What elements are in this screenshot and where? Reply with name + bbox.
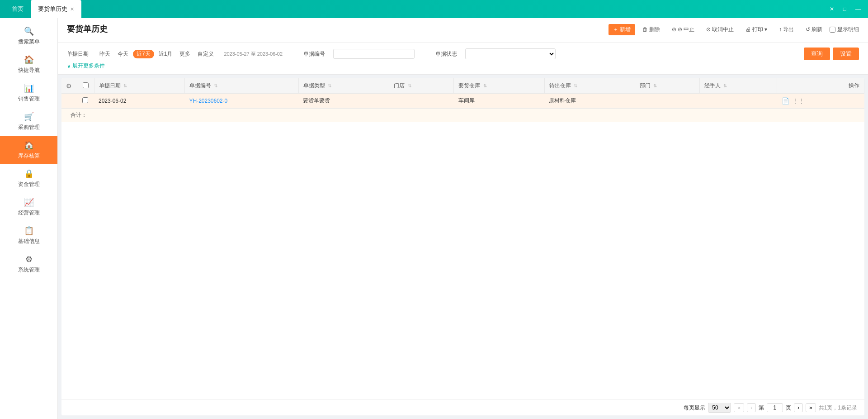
last-page-btn[interactable]: » bbox=[806, 403, 816, 412]
next-page-btn[interactable]: › bbox=[794, 403, 803, 412]
sidebar-item-system-label: 系统管理 bbox=[18, 266, 40, 274]
sidebar-item-quick-nav[interactable]: 🏠 快捷导航 bbox=[0, 50, 57, 79]
sidebar-item-purchase-label: 采购管理 bbox=[18, 124, 40, 131]
status-label: 单据状态 bbox=[435, 50, 458, 58]
per-page-select[interactable]: 20 50 100 200 bbox=[708, 403, 731, 413]
sidebar-item-purchase[interactable]: 🛒 采购管理 bbox=[0, 107, 57, 136]
settings-button[interactable]: 设置 bbox=[833, 48, 859, 60]
th-out-warehouse: 待出仓库 ⇅ bbox=[544, 78, 635, 94]
row-doc-no-link[interactable]: YH-20230602-0 bbox=[189, 98, 227, 104]
expand-label: 展开更多条件 bbox=[72, 62, 105, 70]
sidebar-item-basic-info[interactable]: 📋 基础信息 bbox=[0, 221, 57, 250]
cancel-stop-button[interactable]: ⊘ 取消中止 bbox=[702, 24, 738, 35]
per-page-label: 每页显示 bbox=[684, 404, 705, 412]
stop-button[interactable]: ⊘ ⊘ 中止 bbox=[667, 24, 699, 35]
th-handler-label: 经手人 bbox=[704, 82, 721, 89]
date-btn-yesterday[interactable]: 昨天 bbox=[97, 50, 113, 58]
sidebar-item-system[interactable]: ⚙ 系统管理 bbox=[0, 250, 57, 278]
sort-handler-icon[interactable]: ⇅ bbox=[723, 83, 727, 88]
delete-icon: 🗑 bbox=[642, 26, 648, 33]
sidebar-item-finance[interactable]: 🔒 资金管理 bbox=[0, 164, 57, 193]
select-all-checkbox[interactable] bbox=[83, 82, 89, 88]
toolbar: ＋ 新增 🗑 删除 ⊘ ⊘ 中止 ⊘ 取消中止 bbox=[609, 24, 859, 35]
sidebar-item-search-label: 搜索菜单 bbox=[18, 38, 40, 46]
sort-store-icon[interactable]: ⇅ bbox=[408, 83, 411, 88]
th-date: 单据日期 ⇅ bbox=[94, 78, 184, 94]
sidebar: 🔍 搜索菜单 🏠 快捷导航 📊 销售管理 🛒 采购管理 🏠 库存核算 🔒 资金管… bbox=[0, 18, 58, 419]
th-store-label: 门店 bbox=[394, 82, 405, 89]
date-btn-more[interactable]: 更多 bbox=[177, 50, 193, 58]
th-checkbox bbox=[78, 78, 94, 94]
display-detail-label: 显示明细 bbox=[837, 26, 859, 33]
footer-total-label: 合计： bbox=[71, 112, 87, 118]
delete-button[interactable]: 🗑 删除 bbox=[638, 24, 665, 35]
th-doc-type-label: 单据类型 bbox=[303, 82, 325, 89]
row-doc-no: YH-20230602-0 bbox=[184, 94, 298, 108]
top-bar: 首页 要货单历史 ✕ ✕ □ — bbox=[0, 0, 868, 18]
sales-icon: 📊 bbox=[24, 83, 34, 93]
sort-date-icon[interactable]: ⇅ bbox=[123, 83, 127, 88]
window-minimize-btn[interactable]: — bbox=[853, 5, 863, 13]
search-button[interactable]: 查询 bbox=[804, 48, 830, 60]
date-btn-7days[interactable]: 近7天 bbox=[133, 50, 154, 58]
window-close-btn[interactable]: ✕ bbox=[827, 5, 837, 13]
table-header: ⚙ 单据日期 ⇅ 单据编号 ⇅ bbox=[61, 78, 864, 94]
expand-icon: ∨ bbox=[67, 63, 71, 69]
edit-action-icon[interactable]: 📄 bbox=[782, 97, 789, 105]
sidebar-item-search[interactable]: 🔍 搜索菜单 bbox=[0, 22, 57, 50]
sidebar-item-sales[interactable]: 📊 销售管理 bbox=[0, 79, 57, 107]
tab-purchase-history[interactable]: 要货单历史 ✕ bbox=[31, 0, 81, 18]
date-btn-today[interactable]: 今天 bbox=[115, 50, 131, 58]
display-detail-checkbox[interactable] bbox=[830, 27, 835, 33]
doc-no-label: 单据编号 bbox=[303, 50, 326, 58]
operations-icon: 📈 bbox=[24, 197, 34, 207]
finance-icon: 🔒 bbox=[24, 169, 34, 179]
expand-filter-btn[interactable]: ∨ 展开更多条件 bbox=[67, 62, 859, 70]
th-date-label: 单据日期 bbox=[99, 82, 121, 89]
print-button[interactable]: 🖨 打印 ▾ bbox=[741, 24, 772, 35]
sort-doc-no-icon[interactable]: ⇅ bbox=[214, 83, 217, 88]
purchase-icon: 🛒 bbox=[24, 112, 34, 122]
sort-out-warehouse-icon[interactable]: ⇅ bbox=[574, 83, 577, 88]
sort-dept-icon[interactable]: ⇅ bbox=[653, 83, 657, 88]
refresh-button[interactable]: ↺ 刷新 bbox=[801, 24, 827, 35]
date-btn-custom[interactable]: 自定义 bbox=[195, 50, 217, 58]
sidebar-item-sales-label: 销售管理 bbox=[18, 95, 40, 103]
table-body: 2023-06-02 YH-20230602-0 要货单要货 车间库 bbox=[61, 94, 864, 108]
column-settings-icon[interactable]: ⚙ bbox=[66, 82, 72, 90]
sidebar-item-operations[interactable]: 📈 经营管理 bbox=[0, 193, 57, 221]
th-dept: 部门 ⇅ bbox=[635, 78, 700, 94]
close-tab-icon[interactable]: ✕ bbox=[70, 6, 74, 12]
table-footer: 合计： bbox=[61, 108, 864, 122]
doc-no-input[interactable] bbox=[333, 49, 415, 59]
first-page-btn[interactable]: « bbox=[734, 403, 744, 412]
th-settings: ⚙ bbox=[61, 78, 78, 94]
search-btn-label: 查询 bbox=[811, 50, 823, 58]
sidebar-item-inventory[interactable]: 🏠 库存核算 bbox=[0, 136, 57, 164]
stop-label: ⊘ 中止 bbox=[678, 26, 694, 33]
th-dept-label: 部门 bbox=[640, 82, 651, 89]
sort-doc-type-icon[interactable]: ⇅ bbox=[328, 83, 331, 88]
export-button[interactable]: ↑ 导出 bbox=[774, 24, 798, 35]
row-select-checkbox[interactable] bbox=[82, 97, 88, 103]
data-table: ⚙ 单据日期 ⇅ 单据编号 ⇅ bbox=[61, 78, 864, 108]
export-icon: ↑ bbox=[779, 26, 782, 33]
status-select[interactable] bbox=[465, 48, 556, 59]
new-button[interactable]: ＋ 新增 bbox=[609, 24, 635, 35]
row-warehouse: 车间库 bbox=[454, 94, 544, 108]
display-detail-toggle[interactable]: 显示明细 bbox=[830, 26, 859, 33]
filter-area: 单据日期 昨天 今天 近7天 近1月 更多 自定义 2023-05-27 至 2… bbox=[58, 43, 868, 75]
current-page-input[interactable] bbox=[767, 403, 783, 412]
sort-warehouse-icon[interactable]: ⇅ bbox=[483, 83, 487, 88]
date-btn-1month[interactable]: 近1月 bbox=[156, 50, 175, 58]
basic-info-icon: 📋 bbox=[24, 226, 34, 236]
th-handler: 经手人 ⇅ bbox=[699, 78, 777, 94]
refresh-icon: ↺ bbox=[806, 26, 810, 33]
page-label: 第 bbox=[759, 404, 764, 412]
more-action-icon[interactable]: ⋮⋮ bbox=[792, 97, 805, 105]
prev-page-btn[interactable]: ‹ bbox=[747, 403, 756, 412]
inventory-icon: 🏠 bbox=[24, 140, 34, 150]
tab-home[interactable]: 首页 bbox=[5, 0, 31, 18]
system-icon: ⚙ bbox=[25, 254, 33, 264]
window-maximize-btn[interactable]: □ bbox=[840, 5, 849, 13]
